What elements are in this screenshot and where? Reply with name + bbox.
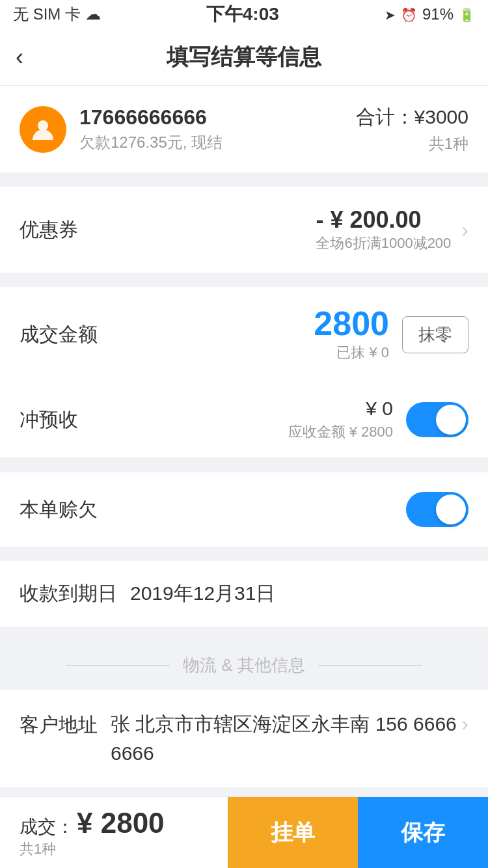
nav-title: 填写结算等信息: [167, 42, 321, 72]
separator-5: [0, 628, 488, 641]
address-row[interactable]: 客户地址 张 北京市市辖区海淀区永丰南 156 6666 6666 ›: [0, 690, 488, 787]
duedate-section: 收款到期日 2019年12月31日: [0, 561, 488, 627]
status-bar: 无 SIM 卡 ☁ 下午4:03 91%: [0, 0, 488, 29]
customer-info: 17666666666 欠款1276.35元, 现结: [79, 105, 223, 153]
hang-button[interactable]: 挂单: [228, 797, 358, 869]
chongyu-row: 冲预收 ¥ 0 应收金额 ¥ 2800: [0, 382, 488, 458]
coupon-section: 优惠券 - ¥ 200.00 全场6折满1000减200 ›: [0, 187, 488, 273]
logistics-header: 物流 & 其他信息: [0, 641, 488, 690]
save-button[interactable]: 保存: [358, 797, 488, 869]
total-count: 共1种: [356, 133, 468, 154]
address-value: 张 北京市市辖区海淀区永丰南 156 6666 6666: [111, 709, 461, 768]
chongyu-main-amount: ¥ 0: [288, 398, 393, 420]
chevron-right-icon: ›: [461, 218, 468, 242]
coupon-label: 优惠券: [20, 217, 78, 243]
customer-left: 17666666666 欠款1276.35元, 现结: [20, 105, 223, 153]
footer-deal-label: 成交：: [20, 815, 74, 839]
chongyu-sub-amount: 应收金额 ¥ 2800: [288, 422, 393, 442]
toggle-circle-2: [436, 495, 466, 524]
deal-amount-right: 2800 已抹 ¥ 0 抹零: [314, 306, 468, 362]
deal-amount-section: 成交金额 2800 已抹 ¥ 0 抹零 冲预收 ¥ 0 应收金额 ¥ 2800: [0, 287, 488, 458]
battery-icon: [459, 5, 475, 23]
benshuidan-label: 本单赊欠: [20, 496, 98, 523]
svg-point-0: [38, 120, 48, 131]
alarm-icon: [401, 5, 417, 23]
customer-card: 17666666666 欠款1276.35元, 现结 合计：¥3000 共1种: [0, 86, 488, 172]
coupon-row[interactable]: 优惠券 - ¥ 200.00 全场6折满1000减200 ›: [0, 187, 488, 273]
deal-amount-value: 2800: [314, 306, 389, 340]
separator-2: [0, 274, 488, 287]
address-label: 客户地址: [20, 709, 98, 739]
customer-sub: 欠款1276.35元, 现结: [79, 132, 223, 153]
footer: 成交： ¥ 2800 共1种 挂单 保存: [0, 796, 488, 868]
location-icon: [385, 5, 396, 23]
chongyu-amounts: ¥ 0 应收金额 ¥ 2800: [288, 398, 393, 442]
back-button[interactable]: ‹: [16, 44, 23, 71]
duedate-value: 2019年12月31日: [130, 580, 275, 607]
separator-4: [0, 548, 488, 561]
total-amount: 合计：¥3000: [356, 104, 468, 131]
chongyu-label: 冲预收: [20, 407, 78, 433]
deal-amount-sub: 已抹 ¥ 0: [314, 343, 389, 362]
address-section: 客户地址 张 北京市市辖区海淀区永丰南 156 6666 6666 ›: [0, 690, 488, 787]
duedate-label: 收款到期日: [20, 580, 117, 607]
separator-3: [0, 459, 488, 472]
round-button[interactable]: 抹零: [402, 316, 468, 353]
benshuidan-row: 本单赊欠: [0, 472, 488, 547]
customer-phone: 17666666666: [79, 105, 223, 129]
battery-label: 91%: [422, 5, 454, 23]
status-left: 无 SIM 卡 ☁: [13, 4, 101, 25]
benshuidan-toggle[interactable]: [406, 492, 468, 527]
status-right: 91%: [385, 5, 475, 23]
status-time: 下午4:03: [206, 2, 279, 27]
duedate-row: 收款到期日 2019年12月31日: [0, 561, 488, 627]
customer-right: 合计：¥3000 共1种: [356, 104, 468, 154]
coupon-amount: - ¥ 200.00: [316, 206, 451, 234]
footer-amount: ¥ 2800: [77, 807, 165, 839]
coupon-right: - ¥ 200.00 全场6折满1000减200 ›: [316, 206, 468, 253]
deal-amount-label: 成交金额: [20, 321, 98, 348]
coupon-sub: 全场6折满1000减200: [316, 234, 451, 253]
footer-summary: 成交： ¥ 2800 共1种: [0, 807, 228, 859]
logistics-label: 物流 & 其他信息: [183, 654, 305, 677]
deal-amount-row: 成交金额 2800 已抹 ¥ 0 抹零: [0, 287, 488, 382]
avatar: [20, 106, 66, 153]
address-chevron-icon: ›: [461, 712, 468, 736]
separator-1: [0, 174, 488, 187]
chongyu-top: 冲预收 ¥ 0 应收金额 ¥ 2800: [20, 398, 468, 442]
benshuidan-section: 本单赊欠: [0, 472, 488, 547]
chongyu-toggle[interactable]: [406, 402, 468, 437]
footer-count: 共1种: [20, 839, 208, 859]
toggle-circle: [436, 405, 466, 435]
sim-label: 无 SIM 卡 ☁: [13, 4, 101, 25]
nav-bar: ‹ 填写结算等信息: [0, 29, 488, 86]
